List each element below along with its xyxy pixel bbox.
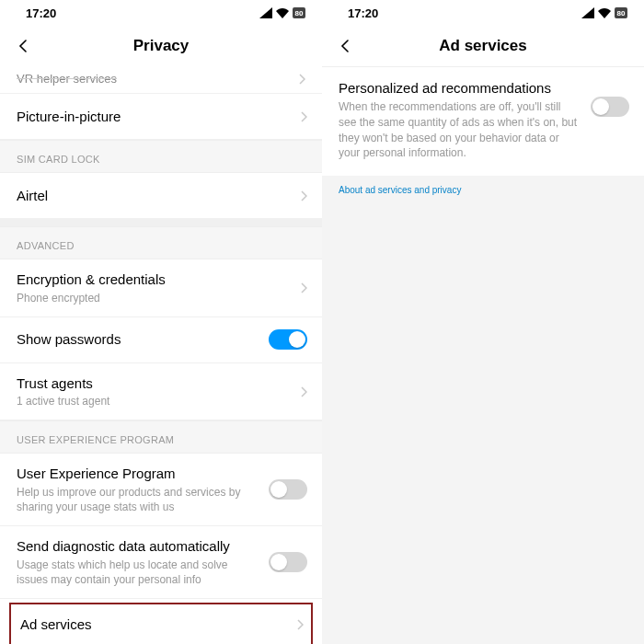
- row-label: Airtel: [17, 187, 291, 205]
- link-about-privacy[interactable]: About ad services and privacy: [322, 176, 644, 204]
- section-uep: USER EXPERIENCE PROGRAM: [0, 420, 322, 454]
- row-sub: Usage stats which help us locate and sol…: [17, 558, 259, 587]
- signal-icon: [581, 7, 594, 18]
- settings-list[interactable]: Personalized ad recommendations When the…: [322, 66, 644, 644]
- row-vr-helper[interactable]: VR helper services: [0, 66, 322, 94]
- page-title: Ad services: [439, 37, 526, 55]
- chevron-right-icon: [300, 282, 307, 293]
- row-personalized-ads[interactable]: Personalized ad recommendations When the…: [322, 67, 644, 176]
- privacy-screen: 17:20 80 Privacy VR helper services Pict…: [0, 0, 322, 644]
- highlight-ad-services: Ad services: [9, 603, 313, 644]
- row-label: Picture-in-picture: [17, 108, 291, 126]
- row-label: User Experience Program: [17, 465, 259, 483]
- toggle-personalized-ads[interactable]: [591, 97, 629, 117]
- back-button[interactable]: [335, 35, 357, 57]
- row-label: Encryption & credentials: [17, 270, 291, 289]
- header: Privacy: [0, 26, 322, 66]
- row-ad-services[interactable]: Ad services: [11, 604, 311, 644]
- section-advanced: ADVANCED: [0, 226, 322, 259]
- row-show-passwords[interactable]: Show passwords: [0, 317, 322, 363]
- svg-text:80: 80: [295, 9, 304, 17]
- settings-list[interactable]: VR helper services Picture-in-picture SI…: [0, 66, 322, 644]
- status-bar: 17:20 80: [322, 0, 644, 26]
- row-sub: Phone encrypted: [17, 291, 291, 305]
- empty-area: [322, 204, 644, 644]
- status-bar: 17:20 80: [0, 0, 322, 26]
- divider: [0, 219, 322, 226]
- chevron-right-icon: [298, 74, 305, 85]
- toggle-diagnostic[interactable]: [269, 552, 307, 572]
- row-trust-agents[interactable]: Trust agents 1 active trust agent: [0, 363, 322, 421]
- status-time: 17:20: [26, 6, 56, 20]
- row-sub: 1 active trust agent: [17, 394, 291, 408]
- signal-icon: [259, 7, 272, 18]
- row-label: Trust agents: [17, 374, 291, 393]
- section-sim-lock: SIM CARD LOCK: [0, 140, 322, 173]
- row-label: Ad services: [20, 615, 287, 634]
- wifi-icon: [598, 7, 611, 18]
- row-label: Send diagnostic data automatically: [17, 537, 259, 556]
- row-label: Personalized ad recommendations: [339, 80, 578, 96]
- row-user-experience-program[interactable]: User Experience Program Help us improve …: [0, 454, 322, 526]
- header: Ad services: [322, 26, 644, 66]
- status-icons: 80: [259, 7, 305, 18]
- back-button[interactable]: [13, 35, 35, 57]
- wifi-icon: [276, 7, 289, 18]
- row-sub: When the recommendations are off, you'll…: [339, 99, 578, 161]
- toggle-uep[interactable]: [269, 479, 307, 500]
- row-sub: Help us improve our products and service…: [17, 485, 259, 514]
- row-label: VR helper services: [17, 72, 117, 86]
- toggle-show-passwords[interactable]: [269, 329, 307, 350]
- chevron-left-icon: [17, 40, 30, 52]
- row-picture-in-picture[interactable]: Picture-in-picture: [0, 94, 322, 140]
- row-send-diagnostic[interactable]: Send diagnostic data automatically Usage…: [0, 526, 322, 599]
- chevron-left-icon: [339, 40, 352, 52]
- row-label: Show passwords: [17, 330, 259, 349]
- chevron-right-icon: [300, 190, 307, 201]
- page-title: Privacy: [133, 37, 190, 55]
- ad-services-screen: 17:20 80 Ad services Personalized ad rec…: [322, 0, 644, 644]
- svg-text:80: 80: [617, 9, 626, 17]
- battery-icon: 80: [615, 7, 627, 18]
- status-time: 17:20: [348, 6, 378, 20]
- status-icons: 80: [581, 7, 627, 18]
- chevron-right-icon: [300, 111, 307, 122]
- chevron-right-icon: [296, 619, 304, 630]
- chevron-right-icon: [300, 386, 307, 397]
- row-airtel[interactable]: Airtel: [0, 173, 322, 219]
- link-label: About ad services and privacy: [339, 185, 461, 195]
- battery-icon: 80: [293, 7, 305, 18]
- row-encryption[interactable]: Encryption & credentials Phone encrypted: [0, 259, 322, 317]
